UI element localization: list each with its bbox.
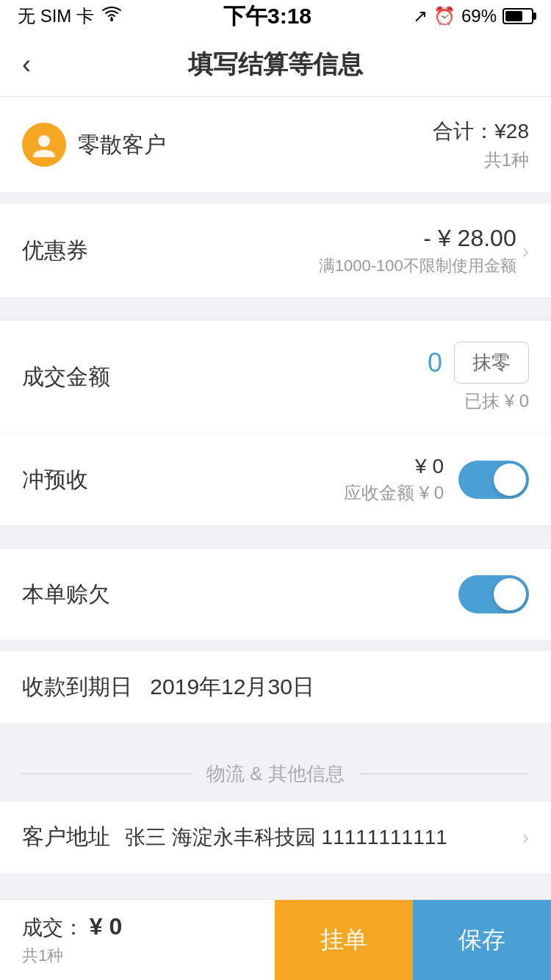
debit-label: 本单赊欠 bbox=[22, 580, 110, 610]
wifi-icon bbox=[101, 6, 122, 26]
customer-total: 合计：¥28 bbox=[433, 118, 529, 145]
bottom-bar: 成交： ¥ 0 共1种 挂单 保存 bbox=[0, 899, 551, 980]
separator-3 bbox=[0, 735, 551, 746]
customer-right: 合计：¥28 共1种 bbox=[433, 118, 529, 172]
pre-receive-amount: ¥ 0 bbox=[344, 455, 444, 478]
pre-receive-label: 冲预收 bbox=[22, 465, 140, 495]
separator-2 bbox=[0, 537, 551, 549]
address-value: 张三 海淀永丰科技园 11111111111 bbox=[125, 824, 508, 851]
bottom-summary: 成交： ¥ 0 共1种 bbox=[0, 913, 275, 967]
deducted-text: 已抹 ¥ 0 bbox=[464, 389, 529, 413]
coupon-info: - ¥ 28.00 满1000-100不限制使用金额 bbox=[319, 225, 516, 277]
page-title: 填写结算等信息 bbox=[188, 48, 363, 82]
back-button[interactable]: ‹ bbox=[22, 49, 31, 80]
address-row[interactable]: 客户地址 张三 海淀永丰科技园 11111111111 › bbox=[0, 801, 551, 873]
logistics-divider: 物流 & 其他信息 bbox=[0, 746, 551, 801]
status-bar: 无 SIM 卡 下午3:18 ↗ ⏰ 69% bbox=[0, 0, 551, 32]
status-left: 无 SIM 卡 bbox=[18, 4, 122, 28]
logistics-line-right bbox=[359, 774, 529, 774]
toggle-knob bbox=[494, 464, 526, 496]
svg-point-0 bbox=[110, 18, 113, 21]
debit-row: 本单赊欠 bbox=[0, 549, 551, 640]
address-chevron-icon: › bbox=[522, 826, 529, 849]
due-date-row: 收款到期日 2019年12月30日 bbox=[0, 652, 551, 723]
due-date-value: 2019年12月30日 bbox=[150, 674, 314, 699]
svg-point-1 bbox=[38, 135, 50, 147]
debit-toggle[interactable] bbox=[458, 575, 529, 613]
separator-1 bbox=[0, 309, 551, 321]
battery-percentage: 69% bbox=[461, 6, 497, 26]
customer-name: 零散客户 bbox=[78, 130, 166, 160]
coupon-desc: 满1000-100不限制使用金额 bbox=[319, 255, 516, 277]
round-zero-button[interactable]: 抹零 bbox=[454, 342, 529, 383]
status-time: 下午3:18 bbox=[223, 1, 311, 32]
coupon-amount: - ¥ 28.00 bbox=[319, 225, 516, 252]
bottom-deal-amount: ¥ 0 bbox=[90, 913, 122, 940]
coupon-row[interactable]: 优惠券 - ¥ 28.00 满1000-100不限制使用金额 › bbox=[0, 204, 551, 298]
status-right: ↗ ⏰ 69% bbox=[413, 6, 533, 26]
due-date-label: 收款到期日 bbox=[22, 674, 132, 699]
transaction-label: 成交金额 bbox=[22, 362, 140, 392]
bottom-count: 共1种 bbox=[22, 945, 253, 967]
coupon-chevron-icon: › bbox=[522, 239, 529, 263]
hold-button[interactable]: 挂单 bbox=[275, 900, 413, 981]
save-button[interactable]: 保存 bbox=[413, 900, 551, 981]
transaction-right: 0 抹零 已抹 ¥ 0 bbox=[428, 342, 529, 413]
logistics-line-left bbox=[22, 774, 192, 774]
customer-avatar bbox=[22, 123, 66, 167]
location-icon: ↗ bbox=[413, 6, 428, 26]
content: 零散客户 合计：¥28 共1种 优惠券 - ¥ 28.00 满1000-100不… bbox=[0, 97, 551, 961]
customer-left: 零散客户 bbox=[22, 123, 166, 167]
pre-receive-right-container: ¥ 0 应收金额 ¥ 0 bbox=[344, 455, 529, 505]
transaction-amount[interactable]: 0 bbox=[428, 347, 442, 378]
pre-receive-receivable: 应收金额 ¥ 0 bbox=[344, 481, 444, 505]
pre-receive-row: 冲预收 ¥ 0 应收金额 ¥ 0 bbox=[0, 434, 551, 525]
sim-status: 无 SIM 卡 bbox=[18, 4, 94, 28]
address-label: 客户地址 bbox=[22, 822, 110, 852]
pre-receive-info: ¥ 0 应收金额 ¥ 0 bbox=[344, 455, 444, 505]
alarm-icon: ⏰ bbox=[433, 6, 455, 26]
coupon-label: 优惠券 bbox=[22, 236, 88, 266]
customer-count: 共1种 bbox=[433, 148, 529, 172]
transaction-section: 成交金额 0 抹零 已抹 ¥ 0 冲预收 ¥ 0 应收金额 ¥ 0 bbox=[0, 321, 551, 525]
due-date-content: 收款到期日 2019年12月30日 bbox=[22, 672, 529, 702]
bottom-deal-row: 成交： ¥ 0 bbox=[22, 913, 253, 942]
logistics-text: 物流 & 其他信息 bbox=[206, 761, 345, 787]
transaction-top: 0 抹零 bbox=[428, 342, 529, 383]
customer-row: 零散客户 合计：¥28 共1种 bbox=[0, 97, 551, 192]
bottom-deal-label: 成交： bbox=[22, 916, 84, 939]
nav-bar: ‹ 填写结算等信息 bbox=[0, 32, 551, 97]
pre-receive-toggle[interactable] bbox=[458, 461, 529, 499]
transaction-row: 成交金额 0 抹零 已抹 ¥ 0 bbox=[0, 321, 551, 434]
coupon-right: - ¥ 28.00 满1000-100不限制使用金额 › bbox=[319, 225, 529, 277]
battery-icon bbox=[503, 8, 533, 24]
debit-toggle-knob bbox=[494, 578, 526, 610]
